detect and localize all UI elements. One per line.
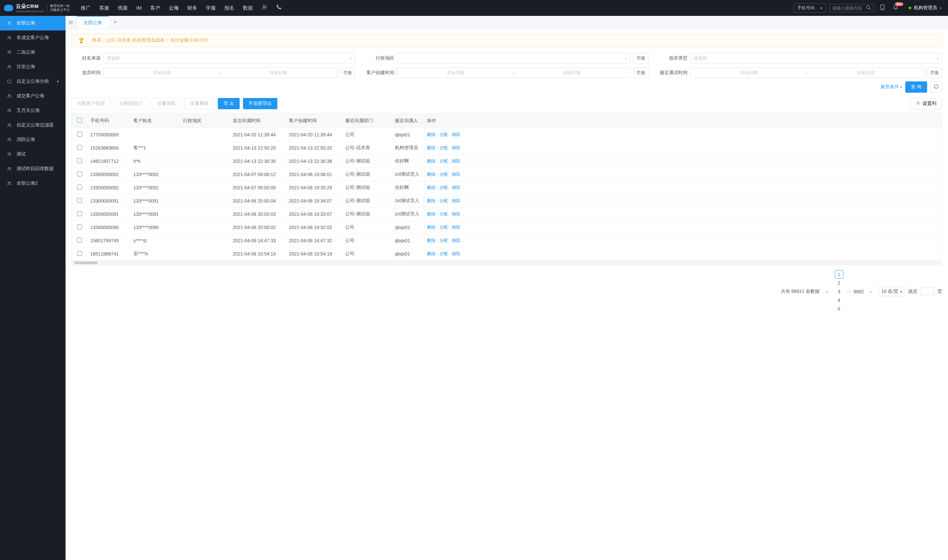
nav-item-0[interactable]: 推广 [77,0,95,16]
row-delete-link[interactable]: 删除 [427,251,436,257]
nav-item-6[interactable]: 财务 [183,0,202,16]
row-checkbox[interactable] [77,171,82,176]
row-claim-link[interactable]: 领取 [452,251,460,257]
row-delete-link[interactable]: 删除 [427,185,436,191]
row-claim-link[interactable]: 领取 [452,198,460,204]
row-claim-link[interactable]: 领取 [452,185,460,191]
row-assign-link[interactable]: 分配 [440,132,448,138]
row-checkbox[interactable] [77,211,82,216]
nav-item-3[interactable]: IM [132,0,146,16]
page-button-5[interactable]: 5 [835,305,843,313]
nav-item-2[interactable]: 线索 [114,0,132,16]
next-page-button[interactable]: › [866,287,875,296]
tablet-icon[interactable] [877,4,887,12]
row-assign-link[interactable]: 分配 [440,171,448,177]
page-button-2[interactable]: 2 [835,278,843,287]
row-claim-link[interactable]: 领取 [452,132,460,138]
row-delete-link[interactable]: 删除 [427,145,436,151]
row-delete-link[interactable]: 删除 [427,132,436,138]
page-button-3[interactable]: 3 [835,287,843,296]
sidebar-item-7[interactable]: 自定义公海过滤器 [0,118,66,132]
nav-item-9[interactable]: 数据 [239,0,257,16]
add-tab-button[interactable]: + [109,16,122,29]
region-null-button[interactable]: 空值 [633,53,648,63]
row-assign-link[interactable]: 分配 [440,251,448,257]
sidebar-item-6[interactable]: 五月天公海 [0,103,66,118]
filter-last-call-range[interactable]: 开始日期 ~ 结束日期 [690,68,924,78]
search-icon[interactable] [866,5,871,11]
nav-item-1[interactable]: 客服 [95,0,114,16]
create-time-null-button[interactable]: 空值 [633,68,648,78]
select-all-checkbox[interactable] [77,118,82,123]
filter-source-select[interactable]: 请选择 ▾ [103,53,355,63]
row-checkbox[interactable] [77,251,82,256]
row-checkbox[interactable] [77,132,82,137]
row-checkbox[interactable] [77,158,82,163]
sidebar-item-11[interactable]: 全部公海2 [0,176,66,191]
phone-icon[interactable] [272,4,286,12]
row-assign-link[interactable]: 分配 [440,145,448,151]
nav-item-7[interactable]: 学服 [202,0,220,16]
search-type-select[interactable]: 手机号码 ▾ [794,3,826,12]
row-checkbox[interactable] [77,225,82,229]
scrollbar-thumb[interactable] [74,262,98,264]
assign-dept-button[interactable]: 分配到部门 [114,98,148,109]
sidebar-item-10[interactable]: 测试昨日回库数据 [0,162,66,176]
export-button[interactable]: 导 出 [218,98,240,109]
sidebar-item-1[interactable]: 非成交客户公海 [0,31,66,45]
abandon-time-null-button[interactable]: 空值 [340,68,355,78]
row-delete-link[interactable]: 删除 [427,171,436,177]
add-user-icon[interactable] [257,4,272,12]
page-button-4[interactable]: 4 [835,296,843,305]
sidebar-item-4[interactable]: 自定义公海分组▾ [0,74,66,89]
row-checkbox[interactable] [77,185,82,190]
export-plain-button[interactable]: 不加密导出 [243,98,277,109]
sidebar-item-8[interactable]: 消防公海 [0,132,66,147]
table-horizontal-scrollbar[interactable] [72,260,942,265]
row-assign-link[interactable]: 分配 [440,198,448,204]
sidebar-item-9[interactable]: 测试 [0,147,66,162]
row-assign-link[interactable]: 分配 [440,158,448,164]
filter-abandon-time-range[interactable]: 开始日期 ~ 结束日期 [103,68,337,78]
expand-filters-link[interactable]: 展开条件 ▾ [880,84,902,90]
filter-region-select[interactable]: ▾ [397,53,631,63]
row-assign-link[interactable]: 分配 [440,185,448,191]
row-claim-link[interactable]: 领取 [452,158,460,164]
batch-delete-button[interactable]: 批量删除 [185,98,214,109]
row-assign-link[interactable]: 分配 [440,225,448,230]
row-delete-link[interactable]: 删除 [427,225,436,230]
row-claim-link[interactable]: 领取 [452,238,460,244]
batch-claim-button[interactable]: 批量领取 [152,98,182,109]
row-checkbox[interactable] [77,198,82,203]
row-checkbox[interactable] [77,145,82,150]
row-claim-link[interactable]: 领取 [452,145,460,151]
assign-manager-button[interactable]: 分配客户经理 [71,98,111,109]
filter-abandon-type-select[interactable]: 请选择 ▾ [690,53,942,63]
query-button[interactable]: 查 询 [905,82,927,93]
row-delete-link[interactable]: 删除 [427,158,436,164]
row-assign-link[interactable]: 分配 [440,211,448,217]
row-delete-link[interactable]: 删除 [427,198,436,204]
sidebar-item-0[interactable]: 全部公海 [0,16,66,31]
jump-page-input[interactable] [921,287,934,296]
row-claim-link[interactable]: 领取 [452,225,460,230]
row-delete-link[interactable]: 删除 [427,238,436,244]
page-button-1[interactable]: 1 [835,270,843,278]
sidebar-item-3[interactable]: 注安公海 [0,60,66,74]
sidebar-item-5[interactable]: 成交客户公海 [0,89,66,103]
sidebar-item-2[interactable]: 二咨公海 [0,45,66,60]
tab-all-public[interactable]: 全部公海 [77,16,109,29]
row-claim-link[interactable]: 领取 [452,171,460,177]
prev-page-button[interactable]: ‹ [823,287,831,296]
bell-icon[interactable]: 99+ [891,4,901,12]
nav-item-4[interactable]: 客户 [146,0,165,16]
nav-item-5[interactable]: 公海 [165,0,183,16]
set-columns-button[interactable]: 设置列 [910,98,942,109]
row-delete-link[interactable]: 删除 [427,211,436,217]
nav-item-8[interactable]: 报名 [220,0,239,16]
last-call-null-button[interactable]: 空值 [927,68,942,78]
refresh-button[interactable] [931,82,942,93]
row-assign-link[interactable]: 分配 [440,238,448,244]
user-menu[interactable]: 机构管理员 ▾ [909,5,941,11]
row-checkbox[interactable] [77,238,82,243]
